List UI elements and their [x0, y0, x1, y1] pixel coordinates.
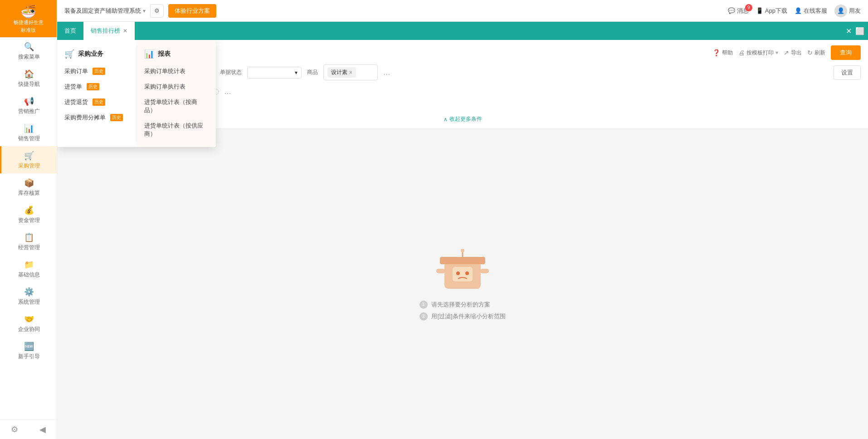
sidebar-item-purchase[interactable]: 🛒 采购管理 — [0, 146, 57, 173]
print-button[interactable]: 🖨 按模板打印 ▾ — [738, 49, 778, 57]
dropdown-item-purchase-order-stat[interactable]: 采购订单统计表 — [137, 64, 216, 79]
app-download-item[interactable]: 📱 App下载 — [756, 7, 787, 15]
svg-rect-2 — [453, 267, 473, 281]
sales-nav-icon: 📊 — [24, 123, 34, 133]
sidebar-item-sales[interactable]: 📊 销售管理 — [0, 119, 57, 146]
purchase-nav-icon: 🛒 — [24, 151, 34, 161]
salesman-more-icon[interactable]: … — [224, 88, 231, 96]
tab-home[interactable]: 首页 — [57, 22, 83, 40]
search-nav-icon: 🔍 — [24, 42, 34, 52]
dropdown-item-purchase-order[interactable]: 采购订单 历史 — [57, 64, 137, 79]
service-icon: 👤 — [795, 7, 802, 14]
goods-tag-text: 设计素 — [331, 69, 347, 76]
sidebar-item-label: 搜索菜单 — [18, 53, 40, 61]
dropdown-item-purchase-cost[interactable]: 采购费用分摊单 历史 — [57, 110, 137, 125]
system-nav-icon: ⚙️ — [24, 287, 34, 297]
tab-maximize-icon[interactable]: ⬜ — [855, 27, 864, 35]
purchase-section: 🛒 采购业务 采购订单 历史 进货单 历史 进货退货 历史 采购费用分摊单 — [57, 40, 137, 147]
sidebar-item-enterprise[interactable]: 🤝 企业协同 — [0, 310, 57, 337]
collapse-label: 收起更多条件 — [449, 115, 482, 123]
collapse-icon: ∧ — [444, 116, 448, 123]
sidebar-item-system[interactable]: ⚙️ 系统管理 — [0, 282, 57, 310]
empty-hint-1: ① 请先选择要分析的方案 — [419, 301, 505, 309]
tab-close-window-icon[interactable]: ✕ — [846, 27, 852, 35]
user-profile-item[interactable]: 👤 用友 — [834, 5, 861, 17]
sidebar-item-operation[interactable]: 📋 经营管理 — [0, 228, 57, 255]
collapse-sidebar-icon[interactable]: ◀ — [39, 424, 46, 434]
sidebar-item-label: 新手引导 — [18, 353, 40, 360]
goods-tag-close-icon[interactable]: × — [349, 69, 352, 76]
sidebar-item-marketing[interactable]: 📢 营销推广 — [0, 92, 57, 119]
hint-number-2: ② — [419, 312, 428, 321]
help-label: 帮助 — [722, 49, 733, 57]
sidebar-item-label: 企业协同 — [18, 326, 40, 333]
sidebar-item-funds[interactable]: 💰 资金管理 — [0, 201, 57, 228]
query-button[interactable]: 查询 — [831, 45, 861, 60]
goods-input[interactable]: 设计素 × — [323, 64, 378, 80]
sidebar-item-label: 快捷导航 — [18, 80, 40, 88]
hint-text-1: 请先选择要分析的方案 — [431, 301, 490, 309]
sidebar-item-label: 资金管理 — [18, 217, 40, 224]
sidebar-logo: 🍜 畅捷通好生意 标准版 — [0, 0, 57, 37]
purchase-section-header: 🛒 采购业务 — [57, 45, 137, 64]
purchase-order-exec-label: 采购订单执行表 — [144, 83, 185, 91]
sidebar-item-quick[interactable]: 🏠 快捷导航 — [0, 64, 57, 92]
gear-settings-button[interactable]: ⚙ — [150, 4, 164, 18]
logo-icon: 🍜 — [20, 5, 36, 18]
print-label: 按模板打印 — [746, 49, 774, 57]
sidebar-navigation: 🔍 搜索菜单 🏠 快捷导航 📢 营销推广 📊 销售管理 🛒 采购管理 📦 库存核… — [0, 37, 57, 419]
tab-close-icon[interactable]: ✕ — [123, 28, 127, 34]
sidebar-item-label: 经营管理 — [18, 244, 40, 252]
empty-svg-illustration — [435, 248, 490, 293]
export-label: 导出 — [791, 49, 802, 57]
status-label: 单据状态 — [220, 69, 242, 76]
tab-sales-rank-label: 销售排行榜 — [91, 27, 120, 35]
tabbar-actions: ✕ ⬜ — [846, 27, 868, 35]
industry-solution-button[interactable]: 体验行业方案 — [168, 4, 216, 18]
dropdown-item-goods-stat-supplier[interactable]: 进货单统计表（按供应商） — [137, 118, 216, 142]
help-icon: ❓ — [712, 49, 720, 56]
history-badge-icon-4: 历史 — [110, 114, 123, 121]
status-select[interactable]: ▾ — [247, 67, 302, 79]
refresh-label: 刷新 — [814, 49, 825, 57]
empty-hints: ① 请先选择要分析的方案 ② 用[过滤]条件来缩小分析范围 — [419, 301, 505, 321]
export-icon: ↗ — [784, 49, 789, 56]
purchase-cost-label: 采购费用分摊单 — [64, 113, 106, 122]
history-badge-icon-2: 历史 — [87, 83, 99, 90]
dropdown-item-goods-order[interactable]: 进货单 历史 — [57, 79, 137, 94]
system-title-dropdown[interactable]: 装备及固定资产辅助管理系统 ▾ — [64, 7, 146, 15]
hint-number-1: ① — [419, 301, 428, 309]
sidebar-item-basic[interactable]: 📁 基础信息 — [0, 255, 57, 282]
svg-point-3 — [456, 271, 460, 275]
help-button[interactable]: ❓ 帮助 — [712, 49, 733, 57]
sidebar-item-newguide[interactable]: 🆕 新手引导 — [0, 337, 57, 364]
goods-order-label: 进货单 — [64, 83, 82, 91]
sidebar-bottom: ⚙ ◀ — [0, 419, 57, 439]
report-section: 📊 报表 采购订单统计表 采购订单执行表 进货单统计表（按商品） 进货单统计表（… — [137, 40, 216, 147]
service-label: 在线客服 — [804, 7, 827, 15]
export-button[interactable]: ↗ 导出 — [784, 49, 802, 57]
avatar: 👤 — [834, 5, 847, 17]
dropdown-item-goods-return[interactable]: 进货退货 历史 — [57, 94, 137, 110]
tab-sales-rank[interactable]: 销售排行榜 ✕ — [83, 22, 135, 40]
dropdown-item-purchase-order-exec[interactable]: 采购订单执行表 — [137, 79, 216, 94]
topbar: 装备及固定资产辅助管理系统 ▾ ⚙ 体验行业方案 💬 消息 9 📱 App下载 … — [57, 0, 868, 22]
set-button[interactable]: 设置 — [834, 65, 861, 80]
goods-more-icon[interactable]: … — [383, 69, 390, 77]
sidebar-item-search[interactable]: 🔍 搜索菜单 — [0, 37, 57, 64]
app-icon: 📱 — [756, 7, 763, 14]
settings-icon[interactable]: ⚙ — [11, 424, 18, 434]
empty-hint-2: ② 用[过滤]条件来缩小分析范围 — [419, 312, 505, 321]
online-service-item[interactable]: 👤 在线客服 — [795, 7, 827, 15]
purchase-dropdown-menu: 🛒 采购业务 采购订单 历史 进货单 历史 进货退货 历史 采购费用分摊单 — [57, 40, 216, 147]
dropdown-item-goods-stat-product[interactable]: 进货单统计表（按商品） — [137, 94, 216, 118]
sidebar-item-inventory[interactable]: 📦 库存核算 — [0, 173, 57, 201]
logo-version: 标准版 — [21, 27, 36, 34]
message-item[interactable]: 💬 消息 9 — [728, 7, 749, 15]
enterprise-nav-icon: 🤝 — [24, 314, 34, 324]
newguide-nav-icon: 🆕 — [24, 341, 34, 351]
logo-brand: 畅捷通好生意 — [14, 19, 44, 26]
history-badge-icon-3: 历史 — [93, 99, 105, 106]
status-arrow-icon: ▾ — [295, 69, 297, 76]
refresh-button[interactable]: ↻ 刷新 — [807, 49, 825, 57]
